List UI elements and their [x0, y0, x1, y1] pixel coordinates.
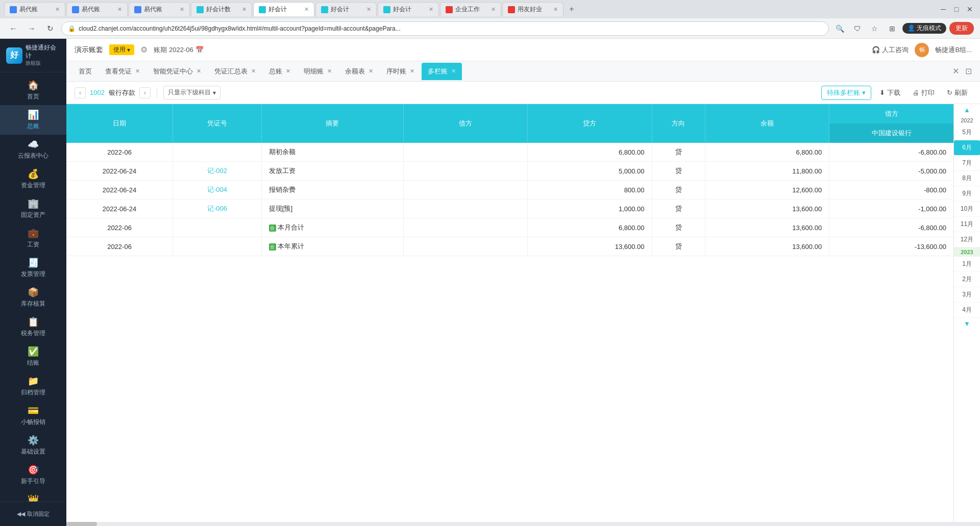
tab-view-voucher-close[interactable]: ✕ — [135, 68, 140, 74]
shield-icon-btn[interactable]: 🛡 — [850, 21, 865, 36]
tab-bar-expand-icon[interactable]: ⊡ — [963, 64, 974, 78]
sidebar-item-vip[interactable]: 👑 畅会员 — [0, 490, 66, 502]
tab-bar-close-icon[interactable]: ✕ — [950, 64, 961, 78]
browser-tab-1[interactable]: 易代账 ✕ — [4, 2, 65, 16]
forward-button[interactable]: → — [24, 21, 39, 36]
scrollbar-thumb[interactable] — [66, 522, 97, 526]
minimize-button[interactable]: ─ — [937, 3, 949, 15]
tab-voucher-summary-close[interactable]: ✕ — [251, 68, 256, 74]
update-button[interactable]: 更新 — [949, 22, 974, 35]
address-bar[interactable]: 🔒 cloud2.chanjet.com/accounting/uh26t264… — [61, 21, 829, 36]
table-cell[interactable]: 记-002 — [173, 162, 262, 181]
tab-journal-close[interactable]: ✕ — [410, 68, 414, 74]
tab-general-ledger-close[interactable]: ✕ — [286, 68, 290, 74]
tab-close-9[interactable]: ✕ — [553, 6, 558, 13]
reload-button[interactable]: ↻ — [43, 21, 57, 36]
month-2023-04[interactable]: 4月 — [954, 303, 980, 318]
tab-voucher-summary[interactable]: 凭证汇总表 ✕ — [208, 63, 262, 80]
close-button[interactable]: ✕ — [964, 3, 976, 15]
voucher-link[interactable]: 记-002 — [207, 167, 227, 174]
tab-smart-voucher[interactable]: 智能凭证中心 ✕ — [147, 63, 207, 80]
voucher-link[interactable]: 记-006 — [207, 205, 227, 212]
tab-multi-column[interactable]: 多栏账 ✕ — [422, 63, 462, 80]
browser-tab-7[interactable]: 好会计 ✕ — [378, 2, 439, 16]
sidebar-item-expense[interactable]: 💳 小畅报销 — [0, 401, 66, 431]
tab-multi-column-close[interactable]: ✕ — [451, 68, 456, 74]
sidebar-item-payroll[interactable]: 💼 工资 — [0, 223, 66, 253]
tab-balance-close[interactable]: ✕ — [369, 68, 373, 74]
browser-tab-9[interactable]: 用友好业 ✕ — [502, 2, 564, 16]
refresh-button[interactable]: ↻ 刷新 — [943, 86, 972, 99]
user-avatar[interactable]: 畅 — [915, 43, 929, 57]
consult-button[interactable]: 🎧 人工咨询 — [872, 45, 909, 55]
month-2022-09[interactable]: 9月 — [954, 186, 980, 202]
month-scroll-down-button[interactable]: ▼ — [954, 318, 980, 330]
browser-tab-4[interactable]: 好会计数 ✕ — [191, 2, 252, 16]
filter-dropdown[interactable]: 只显示下级科目 ▾ — [163, 86, 220, 99]
sidebar-item-close[interactable]: ✅ 结账 — [0, 342, 66, 371]
sidebar-item-archive[interactable]: 📁 归档管理 — [0, 371, 66, 401]
month-2022-06[interactable]: 6月 — [954, 140, 980, 156]
tab-smart-voucher-close[interactable]: ✕ — [197, 68, 201, 74]
sidebar-item-funds[interactable]: 💰 资金管理 — [0, 164, 66, 194]
tab-close-6[interactable]: ✕ — [366, 6, 371, 13]
account-next-button[interactable]: › — [139, 87, 151, 98]
tab-close-7[interactable]: ✕ — [429, 6, 433, 13]
month-2022-12[interactable]: 12月 — [954, 232, 980, 247]
tab-close-2[interactable]: ✕ — [117, 6, 122, 13]
wuhen-button[interactable]: 👤 无痕模式 — [902, 23, 946, 34]
tab-general-ledger[interactable]: 总账 ✕ — [263, 63, 297, 80]
sidebar-item-home[interactable]: 🏠 首页 — [0, 76, 66, 105]
new-tab-button[interactable]: + — [565, 2, 579, 16]
browser-tab-8[interactable]: 企业工作 ✕ — [440, 2, 501, 16]
sidebar-item-assets[interactable]: 🏢 固定资产 — [0, 194, 66, 223]
collapse-button[interactable]: ◀◀ 取消固定 — [0, 506, 66, 522]
voucher-link[interactable]: 记-004 — [207, 186, 227, 193]
month-2022-07[interactable]: 7月 — [954, 156, 980, 171]
back-button[interactable]: ← — [6, 21, 20, 36]
month-2022-05[interactable]: 5月 — [954, 125, 980, 140]
sidebar-item-ledger[interactable]: 📊 总账 — [0, 105, 66, 135]
month-2023-03[interactable]: 3月 — [954, 287, 980, 303]
tab-close-3[interactable]: ✕ — [180, 6, 184, 13]
table-container[interactable]: 日期 凭证号 摘要 借方 贷方 方向 余额 借方 中国建设银行 — [66, 104, 953, 522]
tab-view-voucher[interactable]: 查看凭证 ✕ — [99, 63, 146, 80]
tab-journal[interactable]: 序时账 ✕ — [380, 63, 421, 80]
month-2023-01[interactable]: 1月 — [954, 257, 980, 272]
sidebar-item-cloud-reports[interactable]: ☁️ 云报表中心 — [0, 135, 66, 164]
month-2023-02[interactable]: 2月 — [954, 272, 980, 287]
sidebar-item-guide[interactable]: 🎯 新手引导 — [0, 460, 66, 490]
tab-detail-ledger-close[interactable]: ✕ — [327, 68, 332, 74]
month-2022-08[interactable]: 8月 — [954, 171, 980, 186]
browser-tab-2[interactable]: 易代账 ✕ — [66, 2, 128, 16]
restore-button[interactable]: □ — [950, 3, 963, 15]
search-icon-btn[interactable]: 🔍 — [833, 21, 847, 36]
table-cell[interactable]: 记-004 — [173, 181, 262, 199]
browser-tab-5[interactable]: 好会计 ✕ — [253, 2, 314, 16]
table-cell[interactable]: 记-006 — [173, 199, 262, 218]
tab-balance[interactable]: 余额表 ✕ — [339, 63, 379, 80]
print-button[interactable]: 🖨 打印 — [909, 86, 939, 99]
demo-badge[interactable]: 使用 ▾ — [109, 44, 134, 55]
month-2022-11[interactable]: 11月 — [954, 217, 980, 232]
sidebar-item-inventory[interactable]: 📦 库存核算 — [0, 283, 66, 312]
tab-home[interactable]: 首页 — [72, 63, 98, 80]
browser-tab-6[interactable]: 好会计 ✕ — [315, 2, 377, 16]
month-scroll-up-button[interactable]: ▲ — [954, 104, 980, 116]
download-button[interactable]: ⬇ 下载 — [875, 86, 904, 99]
sidebar-item-invoice[interactable]: 🧾 发票管理 — [0, 253, 66, 283]
sidebar-icon-btn[interactable]: ⊞ — [885, 21, 899, 36]
special-multi-column-button[interactable]: 特殊多栏账 ▾ — [821, 86, 871, 100]
browser-tab-3[interactable]: 易代账 ✕ — [129, 2, 190, 16]
star-icon-btn[interactable]: ☆ — [868, 21, 882, 36]
tab-close-5[interactable]: ✕ — [304, 6, 309, 13]
account-prev-button[interactable]: ‹ — [75, 87, 86, 98]
sidebar-item-settings[interactable]: ⚙️ 基础设置 — [0, 431, 66, 460]
sidebar-item-tax[interactable]: 📋 税务管理 — [0, 312, 66, 342]
settings-gear-icon[interactable]: ⚙ — [140, 45, 148, 55]
tab-close-8[interactable]: ✕ — [491, 6, 496, 13]
tab-close-4[interactable]: ✕ — [242, 6, 247, 13]
month-2022-10[interactable]: 10月 — [954, 202, 980, 217]
tab-detail-ledger[interactable]: 明细账 ✕ — [298, 63, 338, 80]
tab-close-1[interactable]: ✕ — [55, 6, 60, 13]
